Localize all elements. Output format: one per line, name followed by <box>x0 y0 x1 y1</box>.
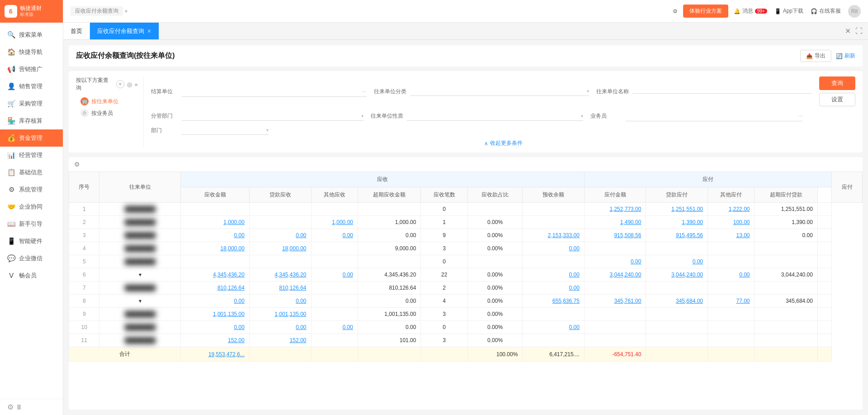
avatar[interactable]: Rit <box>848 5 861 18</box>
filter-partner-name: 往来单位名称 <box>596 88 812 95</box>
cell-overdue-pay <box>755 308 817 321</box>
cell-pay-amount <box>584 308 646 321</box>
online-service-button[interactable]: 🎧 在线客服 <box>811 7 841 15</box>
add-scheme-btn[interactable]: + <box>116 80 124 88</box>
sidebar-item-operation[interactable]: 📊经营管理 <box>0 147 63 164</box>
cell-rec-count: 22 <box>421 268 467 281</box>
cell-overdue-rec <box>358 203 420 216</box>
chevron-down-icon-4: ▾ <box>266 128 269 133</box>
scrollable-table[interactable]: 序号 往来单位 应收 应付 应付 应收金额 贷款应收 其他应收 超期应收金额 应… <box>69 172 863 410</box>
online-service-label: 在线客服 <box>819 7 841 15</box>
sidebar-item-sales[interactable]: 👤销售管理 <box>0 78 63 95</box>
cell-pay-last <box>817 203 831 216</box>
member-icon: Ⅴ <box>7 272 15 280</box>
collapse-conditions-btn[interactable]: ∧ 收起更多条件 <box>151 139 855 147</box>
department-select[interactable]: ▾ <box>182 126 269 135</box>
scheme-settings-btn[interactable]: ◎ <box>127 81 132 88</box>
cell-rec-amount <box>181 203 250 216</box>
settlement-input-wrap[interactable]: ··· <box>182 86 367 97</box>
export-button[interactable]: 📤 导出 <box>800 50 831 62</box>
table-settings-btn[interactable]: ⚙ <box>74 161 80 168</box>
filter-department: 部门 ▾ <box>151 126 269 135</box>
tab-bar: 首页 应收应付余额查询 ✕ ✕ ⛶ <box>63 23 868 40</box>
sidebar-label-member: 畅会员 <box>19 272 37 280</box>
tab-home[interactable]: 首页 <box>63 23 90 39</box>
col-rec-amount: 应收金额 <box>181 187 250 203</box>
division-select[interactable]: ▾ <box>182 112 363 121</box>
scheme-label-partner: 按往来单位 <box>91 98 118 105</box>
cell-rownum: 2 <box>69 216 99 229</box>
scheme-item-partner[interactable]: 🏢 按往来单位 <box>78 95 138 107</box>
app-download-button[interactable]: 📱 App下载 <box>774 7 803 15</box>
marketing-icon: 📢 <box>7 65 15 73</box>
filter-fields-area: 结算单位 ··· 往来单位分类 ▾ 往来单位名称 <box>151 76 855 147</box>
cell-loan-pay <box>646 242 708 255</box>
salesperson-input-wrap[interactable]: ··· <box>626 111 803 121</box>
settings-gear-btn[interactable]: ⚙ <box>673 8 678 14</box>
solution-button[interactable]: 体验行业方案 <box>683 5 728 18</box>
filter-row-2: 分管部门 ▾ 往来单位性质 ▾ 业务员 ··· <box>151 111 855 121</box>
refresh-icon: 🔄 <box>836 53 843 59</box>
salesperson-label: 业务员 <box>590 112 622 120</box>
tab-close-icon[interactable]: ✕ <box>147 28 151 34</box>
table-row: 3 ████████ 0.00 0.00 0.00 0.00 9 0.00% 2… <box>69 229 863 242</box>
cell-loan-rec <box>249 203 311 216</box>
scheme-collapse-btn[interactable]: « <box>135 81 138 88</box>
cell-other-pay <box>708 308 755 321</box>
cell-rec-ratio: 0.00% <box>467 295 522 308</box>
footer-overdue-pay <box>755 347 817 362</box>
scheme-icon-partner: 🏢 <box>80 97 89 105</box>
table-row: 2 ████████ 1,000.00 1,000.00 1,000.00 1 … <box>69 216 863 229</box>
cell-loan-rec: 152.00 <box>249 334 311 347</box>
sidebar-item-wechat[interactable]: 💬企业微信 <box>0 250 63 267</box>
query-button[interactable]: 查询 <box>819 76 855 90</box>
data-table: 序号 往来单位 应收 应付 应付 应收金额 贷款应收 其他应收 超期应收金额 应… <box>69 172 863 362</box>
sidebar-item-guide[interactable]: 📖新手引导 <box>0 215 63 233</box>
chevron-down-icon-2: ▾ <box>361 114 363 119</box>
footer-rec-amount[interactable]: 19,553,472,6... <box>181 347 250 362</box>
app-download-label: App下载 <box>783 7 803 15</box>
cell-loan-pay: 1,390.00 <box>646 216 708 229</box>
sidebar-item-marketing[interactable]: 📢营销推广 <box>0 61 63 78</box>
settings-button[interactable]: 设置 <box>819 93 855 106</box>
sidebar-item-search[interactable]: 🔍搜索菜单 <box>0 26 63 43</box>
refresh-button[interactable]: 🔄 刷新 <box>836 50 855 62</box>
cell-advance: 0.00 <box>523 242 585 255</box>
partner-nature-select[interactable]: ▾ <box>407 112 583 121</box>
sidebar-item-member[interactable]: Ⅴ畅会员 <box>0 267 63 284</box>
sidebar-item-system[interactable]: ⚙系统管理 <box>0 181 63 198</box>
sidebar-item-purchase[interactable]: 🛒采购管理 <box>0 95 63 112</box>
cell-pay-amount <box>584 242 646 255</box>
table-row: 5 ████████ 0 0.00 0.00 <box>69 255 863 268</box>
tab-arbalance[interactable]: 应收应付余额查询 ✕ <box>90 23 159 39</box>
settings-icon[interactable]: ⚙ <box>7 403 14 411</box>
close-tab-btn[interactable]: ✕ <box>845 27 851 35</box>
maximize-btn[interactable]: ⛶ <box>855 27 863 35</box>
guide-icon: 📖 <box>7 220 15 228</box>
partner-name-input-wrap[interactable] <box>632 90 812 94</box>
inventory-icon: 🏪 <box>7 117 15 125</box>
cell-pay-last <box>817 255 831 268</box>
cell-rec-amount <box>181 255 250 268</box>
sidebar-item-cooperation[interactable]: 🤝企业协同 <box>0 198 63 215</box>
data-table-wrap: ⚙ 序号 往来单位 应收 应付 应付 应收金额 贷款应收 <box>69 157 863 410</box>
messages-button[interactable]: 🔔 消息 99+ <box>734 7 767 15</box>
cell-other-rec <box>311 295 358 308</box>
filter-area: 按以下方案查询 + ◎ « 🏢 按往来单位 ⏱ 按业务员 <box>69 71 863 153</box>
cell-overdue-rec: 0.00 <box>358 321 420 334</box>
sidebar-item-basic[interactable]: 📋基础信息 <box>0 164 63 181</box>
sidebar-label-basic: 基础信息 <box>19 168 42 176</box>
sidebar-item-quick[interactable]: 🏠快捷导航 <box>0 43 63 61</box>
sidebar-item-hardware[interactable]: 📱智能硬件 <box>0 233 63 250</box>
sidebar-item-finance[interactable]: 💰资金管理 <box>0 129 63 147</box>
sidebar-item-inventory[interactable]: 🏪库存核算 <box>0 112 63 129</box>
cell-overdue-rec: 0.00 <box>358 229 420 242</box>
footer-pay-amount[interactable]: -654,751.40 <box>584 347 646 362</box>
collapse-sidebar-btn[interactable]: ⏸ <box>15 403 23 411</box>
cell-rownum: 7 <box>69 281 99 295</box>
partner-cat-select[interactable]: ▾ <box>410 87 590 96</box>
table-toolbar: ⚙ <box>69 157 863 172</box>
sidebar-menu: 🔍搜索菜单🏠快捷导航📢营销推广👤销售管理🛒采购管理🏪库存核算💰资金管理📊经营管理… <box>0 23 63 399</box>
scheme-item-salesperson[interactable]: ⏱ 按业务员 <box>78 107 138 119</box>
cell-advance: 0.00 <box>523 268 585 281</box>
